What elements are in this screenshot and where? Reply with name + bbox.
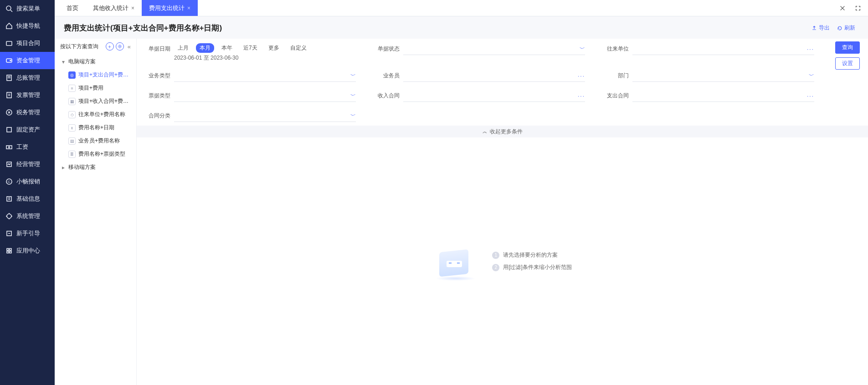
scheme-item-label: 业务员+费用名称 bbox=[78, 137, 132, 145]
sidebar-item-project-contract[interactable]: 项目合同 bbox=[0, 35, 55, 52]
sidebar-item-label: 系统管理 bbox=[16, 212, 40, 220]
sidebar-item-fund-management[interactable]: 资金管理 bbox=[0, 52, 55, 69]
date-quick-prev-month[interactable]: 上月 bbox=[174, 43, 192, 53]
income-contract-picker[interactable]: ··· bbox=[403, 90, 585, 102]
scheme-item-label: 往来单位+费用名称 bbox=[78, 111, 132, 118]
export-button[interactable]: 导出 bbox=[808, 23, 833, 33]
billtype-select[interactable]: ﹀ bbox=[174, 90, 356, 102]
add-scheme-button[interactable]: ＋ bbox=[106, 42, 114, 51]
sidebar-item-label: 项目合同 bbox=[16, 39, 40, 47]
filter-label: 往来单位 bbox=[603, 43, 629, 53]
contract-category-select[interactable]: ﹀ bbox=[174, 110, 356, 122]
settings-button[interactable]: 设置 bbox=[835, 57, 860, 70]
export-icon bbox=[812, 25, 817, 31]
chevron-down-icon: ﹀ bbox=[809, 72, 814, 80]
biz-icon bbox=[5, 161, 13, 168]
filter-document-status: 单据状态 ﹀ bbox=[374, 43, 585, 62]
sidebar-item-tax[interactable]: 税务管理 bbox=[0, 104, 55, 121]
tabs-bar: 首页 其他收入统计 × 费用支出统计 × bbox=[55, 0, 868, 16]
refresh-button[interactable]: 刷新 bbox=[833, 23, 859, 33]
svg-rect-24 bbox=[10, 251, 11, 253]
sidebar-item-fixed-asset[interactable]: 固定资产 bbox=[0, 121, 55, 138]
sidebar-item-basic-info[interactable]: 基础信息 bbox=[0, 190, 55, 208]
party-picker[interactable]: ··· bbox=[632, 43, 814, 55]
fullscreen-button[interactable] bbox=[853, 3, 863, 14]
expense-icon: C bbox=[5, 178, 13, 185]
scheme-item[interactable]: ⫾ 费用名称+日期 bbox=[60, 121, 134, 134]
scheme-settings-button[interactable] bbox=[116, 42, 124, 51]
filter-expense-contract: 支出合同 ··· bbox=[603, 90, 814, 102]
tab-home[interactable]: 首页 bbox=[59, 0, 86, 16]
svg-rect-23 bbox=[7, 251, 9, 253]
sidebar-item-system[interactable]: 系统管理 bbox=[0, 208, 55, 225]
close-icon[interactable]: × bbox=[187, 5, 190, 11]
status-select[interactable]: ﹀ bbox=[403, 43, 585, 55]
salary-icon bbox=[5, 143, 13, 151]
sidebar-item-app-center[interactable]: 应用中心 bbox=[0, 242, 55, 259]
collapse-filters-label: 收起更多条件 bbox=[490, 128, 523, 136]
sidebar-item-label: 应用中心 bbox=[16, 247, 40, 255]
sidebar-item-quicknav[interactable]: 快捷导航 bbox=[0, 17, 55, 35]
query-button[interactable]: 查询 bbox=[835, 41, 860, 54]
sidebar-item-label: 税务管理 bbox=[16, 108, 40, 117]
collapse-filters-bar[interactable]: ︽ 收起更多条件 bbox=[137, 126, 868, 137]
asset-icon bbox=[5, 126, 13, 133]
biztype-select[interactable]: ﹀ bbox=[174, 70, 356, 82]
sidebar-item-label: 搜索菜单 bbox=[16, 5, 40, 13]
sidebar-item-xiaochang-baoxiao[interactable]: C 小畅报销 bbox=[0, 173, 55, 190]
sidebar-item-search-menu[interactable]: 搜索菜单 bbox=[0, 0, 55, 17]
filter-label: 票据类型 bbox=[145, 90, 170, 100]
tab-label: 其他收入统计 bbox=[93, 4, 128, 12]
date-quick-this-year[interactable]: 本年 bbox=[218, 43, 236, 53]
tab-other-income-stats[interactable]: 其他收入统计 × bbox=[86, 0, 142, 16]
expense-contract-picker[interactable]: ··· bbox=[632, 90, 814, 102]
scheme-group-desktop[interactable]: ▾ 电脑端方案 bbox=[60, 55, 134, 68]
date-quick-7days[interactable]: 近7天 bbox=[240, 43, 261, 53]
date-quick-this-month[interactable]: 本月 bbox=[196, 43, 214, 53]
scheme-item[interactable]: ◇ 往来单位+费用名称 bbox=[60, 108, 134, 121]
filter-party: 往来单位 ··· bbox=[603, 43, 814, 62]
tab-expense-stats[interactable]: 费用支出统计 × bbox=[142, 0, 198, 16]
collapse-scheme-panel-button[interactable]: « bbox=[126, 43, 133, 50]
sidebar-item-label: 总账管理 bbox=[16, 74, 40, 82]
scheme-item[interactable]: ▤ 业务员+费用名称 bbox=[60, 134, 134, 147]
date-quick-custom[interactable]: 自定义 bbox=[287, 43, 310, 53]
chevron-down-icon: ﹀ bbox=[350, 92, 356, 100]
sidebar-item-invoice[interactable]: 发票管理 bbox=[0, 86, 55, 104]
svg-point-12 bbox=[9, 147, 10, 148]
salesman-picker[interactable]: ··· bbox=[403, 70, 585, 82]
scheme-item[interactable]: ◎ 项目+支出合同+费用... bbox=[60, 68, 134, 81]
apps-icon bbox=[5, 247, 13, 254]
invoice-icon bbox=[5, 91, 13, 99]
chevron-down-icon: ﹀ bbox=[580, 45, 585, 53]
date-quick-more[interactable]: 更多 bbox=[265, 43, 283, 53]
filter-label: 支出合同 bbox=[603, 90, 629, 100]
empty-step-1: 请先选择要分析的方案 bbox=[503, 251, 558, 259]
sidebar-item-label: 新手引导 bbox=[16, 229, 40, 238]
close-all-tabs-button[interactable] bbox=[837, 3, 848, 14]
scheme-group-label: 电脑端方案 bbox=[68, 58, 96, 66]
scheme-item[interactable]: ▦ 项目+收入合同+费用... bbox=[60, 95, 134, 108]
sidebar-item-guide[interactable]: 新手引导 bbox=[0, 225, 55, 242]
scheme-item-label: 项目+支出合同+费用... bbox=[78, 71, 132, 79]
close-icon[interactable]: × bbox=[131, 5, 134, 11]
sidebar-item-general-ledger[interactable]: 总账管理 bbox=[0, 69, 55, 86]
scheme-group-mobile[interactable]: ▸ 移动端方案 bbox=[60, 161, 134, 174]
more-icon: ··· bbox=[578, 73, 585, 79]
filter-label: 单据状态 bbox=[374, 43, 400, 53]
sidebar-item-salary[interactable]: 工资 bbox=[0, 138, 55, 156]
sidebar-item-label: 快捷导航 bbox=[16, 22, 40, 30]
scheme-item-label: 项目+收入合同+费用... bbox=[78, 97, 132, 105]
filter-salesman: 业务员 ··· bbox=[374, 70, 585, 82]
wallet-icon bbox=[5, 57, 13, 64]
filter-label: 业务类型 bbox=[145, 70, 170, 80]
svg-point-0 bbox=[6, 6, 11, 10]
step-number-1: 1 bbox=[492, 252, 499, 259]
sidebar-item-business[interactable]: 经营管理 bbox=[0, 156, 55, 173]
scheme-item[interactable]: ≣ 费用名称+票据类型 bbox=[60, 147, 134, 161]
dept-select[interactable]: ﹀ bbox=[632, 70, 814, 82]
filter-label: 业务员 bbox=[374, 70, 400, 80]
scheme-item[interactable]: ≡ 项目+费用 bbox=[60, 81, 134, 95]
tax-icon bbox=[5, 109, 13, 116]
filter-label: 合同分类 bbox=[145, 110, 170, 120]
